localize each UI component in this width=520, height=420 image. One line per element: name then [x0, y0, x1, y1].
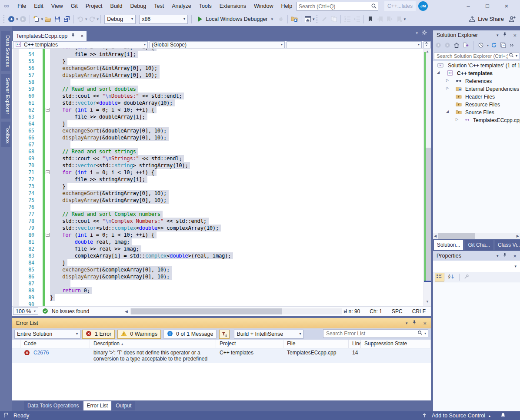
code-text[interactable] [50, 79, 70, 86]
code-text[interactable]: file >> doubleArray[i]; [50, 113, 147, 120]
breakpoint-margin[interactable] [13, 273, 19, 280]
menu-extensions[interactable]: Extensions [216, 0, 250, 12]
menu-analyze[interactable]: Analyze [168, 0, 195, 12]
tree-item-source-files[interactable]: ◢Source Files [433, 109, 520, 116]
line-number[interactable]: 87 [19, 280, 34, 287]
new-item-button[interactable] [32, 14, 41, 24]
open-file-button[interactable] [43, 14, 52, 24]
code-line-82[interactable]: 82 file >> real >> imag; [12, 245, 423, 252]
space-mode-indicator[interactable]: SPC [392, 308, 403, 314]
line-number[interactable]: 72 [19, 176, 34, 183]
code-line-90[interactable]: 90 [12, 301, 423, 306]
refresh-button[interactable] [491, 42, 498, 49]
code-text[interactable]: exchangeSort(&stringArray[0], 10); [50, 190, 169, 197]
line-number[interactable]: 85 [19, 266, 34, 273]
health-indicator[interactable]: No issues found [42, 307, 89, 316]
breakpoint-margin[interactable] [13, 280, 19, 287]
code-line-55[interactable]: 55 } [12, 58, 423, 65]
overflow-button[interactable] [509, 42, 516, 49]
breakpoint-margin[interactable] [13, 294, 19, 301]
code-text[interactable]: } [50, 58, 67, 65]
breakpoint-margin[interactable] [13, 155, 19, 162]
line-number[interactable]: 68 [19, 148, 34, 155]
code-text[interactable]: // Read and sort doubles [50, 86, 138, 93]
line-number[interactable]: 86 [19, 273, 34, 280]
code-line-58[interactable]: 58 [12, 79, 423, 86]
code-line-88[interactable]: 88 return 0; [12, 287, 423, 294]
menu-file[interactable]: File [13, 0, 30, 12]
dock-tab-server-explorer[interactable]: Server Explorer [1, 74, 10, 118]
tree-item-solution-c-templates-1-of-1-pr[interactable]: Solution 'C++ templates' (1 of 1 project… [433, 62, 520, 69]
pin-icon[interactable] [412, 320, 419, 327]
line-number[interactable]: 90 [19, 301, 34, 306]
chevron-down-icon[interactable]: ▾ [85, 16, 87, 23]
close-icon[interactable]: × [513, 32, 517, 39]
menu-project[interactable]: Project [82, 0, 107, 12]
right-tab-class-vi-[interactable]: Class Vi... [495, 240, 520, 250]
pin-icon[interactable] [502, 252, 509, 259]
line-number[interactable]: 78 [19, 218, 34, 225]
panel-tab-output[interactable]: Output [112, 401, 135, 410]
line-number[interactable]: 69 [19, 155, 34, 162]
code-line-68[interactable]: 68 // Read and sort strings [12, 148, 423, 155]
breakpoint-margin[interactable] [13, 183, 19, 190]
right-tab-git-cha-[interactable]: Git Cha... [465, 240, 493, 250]
member-dropdown[interactable]: ▾ [287, 41, 422, 48]
properties-object-dropdown[interactable]: ▾ [433, 261, 520, 272]
code-text[interactable]: // Read and sort strings [50, 148, 138, 155]
line-number[interactable]: 70 [19, 162, 34, 169]
code-line-80[interactable]: 80 for (int i = 0; i < 10; ++i) { [12, 231, 423, 238]
tree-item-header-files[interactable]: Header Files [433, 93, 520, 101]
scroll-down-icon[interactable]: ▼ [424, 300, 431, 304]
gear-icon[interactable] [421, 30, 428, 36]
avatar[interactable]: JM [418, 1, 428, 11]
code-line-69[interactable]: 69 std::cout << "\nStrings:" << std::end… [12, 155, 423, 162]
expanded-arrow-icon[interactable]: ◢ [437, 70, 440, 74]
menu-window[interactable]: Window [250, 0, 277, 12]
code-line-60[interactable]: 60 std::cout << "\nDoubles:" << std::end… [12, 93, 423, 99]
add-to-source-control-button[interactable]: Add to Source Control [432, 413, 485, 419]
code-line-72[interactable]: 72 file >> stringArray[i]; [12, 176, 423, 183]
sync-with-active-document-button[interactable] [463, 42, 470, 49]
column-header-line[interactable]: Line [349, 340, 361, 348]
breakpoint-margin[interactable] [13, 218, 19, 225]
breakpoint-margin[interactable] [13, 259, 19, 266]
chevron-down-icon[interactable]: ▾ [487, 42, 489, 49]
code-line-57[interactable]: 57 displayArray(&intArray[0], 10); [12, 72, 423, 79]
code-text[interactable]: displayArray(&complexArray[0], 10); [50, 273, 172, 280]
code-line-87[interactable]: 87 [12, 280, 423, 287]
close-icon[interactable]: × [423, 320, 427, 327]
code-text[interactable]: } [50, 259, 67, 266]
breakpoint-margin[interactable] [13, 245, 19, 252]
line-number[interactable]: 64 [19, 120, 34, 127]
code-text[interactable]: exchangeSort(&doubleArray[0], 10); [50, 127, 169, 134]
start-debugging-button[interactable]: Local Windows Debugger▾ [194, 14, 275, 24]
errors-filter-button[interactable]: 1 Error [82, 330, 115, 339]
line-number[interactable]: 66 [19, 134, 34, 141]
pin-icon[interactable] [502, 32, 509, 39]
dock-tab-toolbox[interactable]: Toolbox [1, 122, 10, 148]
right-tab-solution-[interactable]: Solution... [434, 240, 463, 250]
debug-config-dropdown[interactable]: Debug▾ [104, 15, 136, 24]
menu-tools[interactable]: Tools [195, 0, 216, 12]
column-header-description[interactable]: Description ▲ [90, 340, 216, 348]
breakpoint-margin[interactable] [13, 162, 19, 169]
breakpoint-margin[interactable] [13, 176, 19, 183]
code-text[interactable]: } [50, 120, 67, 127]
window-menu-icon[interactable]: ▾ [406, 320, 408, 327]
code-text[interactable]: file >> real >> imag; [50, 245, 141, 252]
code-line-89[interactable]: 89} [12, 294, 423, 301]
breakpoint-margin[interactable] [13, 86, 19, 93]
code-text[interactable]: for (int i = 0; i < 10; ++i) { [50, 169, 157, 176]
breakpoint-margin[interactable] [13, 72, 19, 79]
code-line-78[interactable]: 78 std::cout << "\nComplex Numbers:" << … [12, 218, 423, 225]
code-text[interactable]: complexArray[i] = std::complex<double>(r… [50, 252, 233, 259]
breakpoint-margin[interactable] [13, 287, 19, 294]
menu-help[interactable]: Help [277, 0, 296, 12]
code-line-77[interactable]: 77 // Read and sort Complex numbers [12, 211, 423, 218]
code-text[interactable]: std::cout << "\nComplex Numbers:" << std… [50, 218, 209, 225]
tree-item-templateseccpp-cpp[interactable]: ▷TemplatesECcpp.cpp [433, 116, 520, 124]
line-number[interactable]: 88 [19, 287, 34, 294]
code-text[interactable]: std::cout << "\nDoubles:" << std::endl; [50, 93, 184, 99]
document-tab[interactable]: TemplatesECcpp.cpp × [13, 31, 87, 41]
